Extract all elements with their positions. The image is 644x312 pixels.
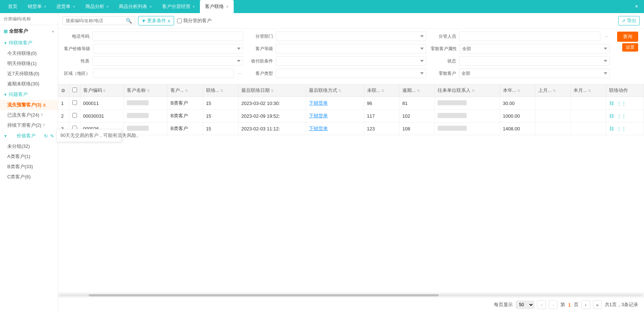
- filter-customer-grade-select[interactable]: [276, 44, 427, 53]
- cell-last-method[interactable]: 下销货单: [306, 122, 364, 135]
- th-uncontact[interactable]: 未联...: [364, 84, 399, 97]
- th-last-contact-date[interactable]: 最后联络日期: [238, 84, 306, 97]
- tab-home[interactable]: 首页: [3, 0, 23, 13]
- sidebar-item-overdue-contact[interactable]: 逾期未联络(30): [0, 79, 58, 89]
- collapse-icon[interactable]: «: [52, 29, 54, 33]
- cell-checkbox[interactable]: [69, 110, 80, 122]
- sidebar-section-value[interactable]: 价值客户 ↻ ✎: [0, 130, 58, 141]
- th-contact-count[interactable]: 联络...: [203, 84, 238, 97]
- my-customers-checkbox-label[interactable]: 我分管的客户: [177, 17, 212, 24]
- tab-customer-stratification[interactable]: 客户分层经营 ×: [157, 0, 200, 13]
- action-link-icon[interactable]: ⛓: [609, 113, 614, 119]
- th-this-month[interactable]: 本月...: [571, 84, 606, 97]
- sidebar-search-input[interactable]: [4, 16, 58, 21]
- sidebar-item-today-pending[interactable]: 今天待联络(0): [0, 48, 58, 58]
- last-method-link[interactable]: 下销货单: [309, 113, 328, 118]
- sidebar-item-class-c[interactable]: C类客户(6): [0, 172, 58, 182]
- scrollbar-thumb[interactable]: [89, 294, 438, 296]
- action-link-icon[interactable]: ⛓: [609, 101, 614, 106]
- per-page-select[interactable]: 50 100 200: [516, 301, 534, 309]
- filter-region-input[interactable]: [93, 69, 234, 78]
- filter-price-grade-select[interactable]: [93, 44, 243, 53]
- sidebar-item-declining-customers[interactable]: 持续下滑客户(2) ?: [0, 120, 58, 130]
- filter-status-select[interactable]: [459, 56, 610, 66]
- action-grid-icon[interactable]: ⋮⋮: [617, 126, 626, 131]
- tab-sales-order[interactable]: 销货单 ×: [23, 0, 51, 13]
- cell-checkbox[interactable]: [69, 97, 80, 110]
- last-method-link[interactable]: 下销货单: [309, 100, 328, 106]
- toolbar-search-input[interactable]: [66, 18, 126, 23]
- sidebar-item-lost-customers[interactable]: 已流失客户(24) ?: [0, 110, 58, 120]
- cell-index: 2: [58, 110, 69, 122]
- select-all-checkbox[interactable]: [72, 88, 77, 92]
- close-tab-product-analysis[interactable]: ×: [106, 4, 109, 9]
- th-customer-type[interactable]: 客户...: [168, 84, 203, 97]
- th-overdue[interactable]: 逾期...: [399, 84, 434, 97]
- filter-payment-select[interactable]: [276, 56, 427, 66]
- cell-contact-person: [435, 110, 500, 122]
- cell-last-method[interactable]: 下销货单: [306, 97, 364, 110]
- action-grid-icon[interactable]: ⋮⋮: [617, 113, 626, 119]
- th-contact-person[interactable]: 往来单位联系人: [435, 84, 500, 97]
- row-checkbox[interactable]: [72, 100, 77, 105]
- close-tab-product-list[interactable]: ×: [149, 4, 152, 9]
- first-page-btn[interactable]: «: [537, 300, 546, 309]
- last-page-btn[interactable]: »: [593, 300, 602, 309]
- cell-last-method[interactable]: 下销货单: [306, 110, 364, 122]
- filter-more-btn[interactable]: ▼ 更多条件 ∧: [138, 16, 174, 25]
- query-button[interactable]: 查询: [617, 32, 638, 42]
- close-tab-stratification[interactable]: ×: [193, 4, 195, 9]
- sidebar-section-pending[interactable]: 待联络客户: [0, 37, 58, 48]
- last-method-link[interactable]: 下销货单: [309, 126, 328, 131]
- grid-icon: ⊞: [4, 29, 8, 34]
- next-page-btn[interactable]: ›: [581, 300, 590, 309]
- filter-price-grade: 客户价格等级: [64, 44, 247, 53]
- tab-product-analysis-list[interactable]: 商品分析列表 ×: [114, 0, 157, 13]
- sidebar-section-problem[interactable]: 问题客户: [0, 89, 58, 100]
- filter-nature-select[interactable]: [92, 56, 243, 66]
- my-customers-checkbox[interactable]: [177, 19, 182, 23]
- filter-phone-input[interactable]: [92, 32, 243, 41]
- sidebar-item-tomorrow-pending[interactable]: 明天待联络(1): [0, 58, 58, 69]
- filter-retail-attr-select[interactable]: 全部: [460, 44, 610, 53]
- th-settings[interactable]: ⚙: [58, 84, 69, 97]
- sidebar-item-7day-pending[interactable]: 近7天待联络(0): [0, 69, 58, 79]
- close-tab-contact[interactable]: ×: [226, 4, 228, 9]
- th-last-month[interactable]: 上月...: [535, 84, 570, 97]
- sidebar-item-class-b[interactable]: B类客户(33): [0, 162, 58, 172]
- filter-person-more[interactable]: ···: [603, 34, 610, 39]
- sidebar-item-churn-warning[interactable]: 流失预警客户(3) ⚠: [0, 100, 58, 110]
- close-tab-purchase[interactable]: ×: [73, 4, 75, 9]
- settings-button[interactable]: 设置: [622, 43, 638, 52]
- window-close-button[interactable]: ×: [632, 3, 641, 10]
- tab-customer-contact[interactable]: 客户联络 ×: [200, 0, 233, 13]
- cell-this-year: 30.00: [500, 97, 535, 110]
- export-btn[interactable]: ↗ 导出: [618, 16, 640, 25]
- filter-payment: 收付款条件: [247, 56, 431, 66]
- filter-retail-customer-select[interactable]: 全部: [459, 69, 610, 78]
- filter-customer-type-select[interactable]: [276, 69, 427, 78]
- filter-person-input[interactable]: [459, 32, 600, 41]
- refresh-icon[interactable]: ↻: [44, 133, 48, 139]
- horizontal-scrollbar[interactable]: [58, 293, 644, 297]
- action-grid-icon[interactable]: ⋮⋮: [617, 101, 626, 106]
- filter-region-more[interactable]: ···: [237, 71, 243, 76]
- th-customer-code[interactable]: 客户编码: [80, 84, 124, 97]
- action-link-icon[interactable]: ⛓: [609, 126, 614, 131]
- th-last-contact-method[interactable]: 最后联络方式: [306, 84, 364, 97]
- sidebar-item-class-a[interactable]: A类客户(1): [0, 151, 58, 162]
- sidebar-item-unclassified[interactable]: 未分组(32): [0, 141, 58, 151]
- sidebar-search-box: 🔍: [0, 13, 58, 25]
- filter-dept-select[interactable]: [276, 32, 427, 41]
- edit-icon[interactable]: ✎: [50, 133, 54, 139]
- toolbar-search-icon[interactable]: 🔍: [126, 18, 132, 24]
- tab-purchase-order[interactable]: 进货单 ×: [51, 0, 80, 13]
- th-checkbox[interactable]: [69, 84, 80, 97]
- tab-product-analysis[interactable]: 商品分析 ×: [80, 0, 114, 13]
- row-checkbox[interactable]: [72, 113, 77, 118]
- th-customer-name[interactable]: 客户名称: [124, 84, 167, 97]
- sidebar-root[interactable]: ⊞ 全部客户 «: [0, 25, 58, 37]
- prev-page-btn[interactable]: ‹: [549, 300, 558, 309]
- close-tab-sales[interactable]: ×: [44, 4, 46, 9]
- th-this-year[interactable]: 本年...: [500, 84, 535, 97]
